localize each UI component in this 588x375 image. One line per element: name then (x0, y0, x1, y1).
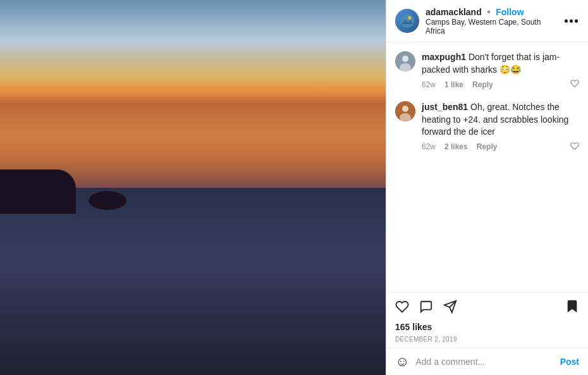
dot-separator: • (487, 6, 491, 17)
post-comment-button[interactable]: Post (560, 357, 579, 367)
comment-reply-button-1[interactable]: Reply (472, 80, 493, 89)
commenter-username-2[interactable]: just_ben81 (422, 102, 468, 112)
rock-silhouette-right (89, 191, 126, 210)
svg-point-6 (402, 106, 408, 112)
likes-count: 165 likes (386, 319, 588, 335)
post-location: Camps Bay, Western Cape, South Africa (426, 18, 558, 35)
comment-likes-1: 1 like (444, 80, 463, 89)
more-options-button[interactable]: ••• (564, 14, 579, 28)
comment-likes-2: 2 likes (444, 142, 468, 151)
emoji-button[interactable]: ☺ (395, 353, 409, 370)
poster-username-follow: adamackland • Follow (426, 6, 558, 18)
commenter-username-1[interactable]: maxpugh1 (422, 52, 466, 62)
svg-point-0 (400, 14, 414, 28)
poster-info: adamackland • Follow Camps Bay, Western … (426, 6, 558, 35)
poster-avatar[interactable] (395, 9, 419, 33)
comment-time-1: 62w (422, 80, 436, 89)
comment-reply-button-2[interactable]: Reply (477, 142, 498, 151)
rock-silhouette-left (0, 169, 76, 214)
bookmark-button[interactable] (565, 299, 579, 317)
action-icons-row (395, 299, 579, 317)
comment-heart-2[interactable] (570, 142, 579, 152)
add-comment-bar: ☺ Post (386, 348, 588, 375)
commenter-avatar-2[interactable] (395, 101, 415, 121)
comments-area: maxpugh1 Don't forget that is jam-packed… (386, 42, 588, 292)
post-image (0, 0, 386, 375)
poster-username[interactable]: adamackland (426, 7, 482, 17)
comment-item-2: just_ben81 Oh, great. Notches the heatin… (395, 101, 579, 152)
actions-bar (386, 292, 588, 319)
post-date: DECEMBER 2, 2019 (386, 335, 588, 348)
comment-input[interactable] (415, 357, 553, 367)
poster-avatar-img (395, 9, 419, 33)
commenter-avatar-1[interactable] (395, 51, 415, 71)
comment-item: maxpugh1 Don't forget that is jam-packed… (395, 51, 579, 90)
post-header: adamackland • Follow Camps Bay, Western … (386, 0, 588, 42)
follow-button[interactable]: Follow (496, 7, 524, 17)
sidebar: adamackland • Follow Camps Bay, Western … (386, 0, 588, 375)
comment-text-2: just_ben81 Oh, great. Notches the heatin… (422, 102, 568, 137)
comment-body-1: maxpugh1 Don't forget that is jam-packed… (422, 51, 579, 90)
comment-button[interactable] (419, 300, 433, 316)
svg-point-3 (402, 56, 408, 62)
comment-time-2: 62w (422, 142, 436, 151)
comment-heart-1[interactable] (570, 79, 579, 90)
svg-point-1 (408, 16, 412, 20)
like-button[interactable] (395, 300, 409, 316)
comment-text-1: maxpugh1 Don't forget that is jam-packed… (422, 52, 560, 75)
share-button[interactable] (443, 300, 457, 316)
comment-meta-1: 62w 1 like Reply (422, 79, 579, 90)
comment-body-2: just_ben81 Oh, great. Notches the heatin… (422, 101, 579, 152)
comment-meta-2: 62w 2 likes Reply (422, 142, 579, 152)
